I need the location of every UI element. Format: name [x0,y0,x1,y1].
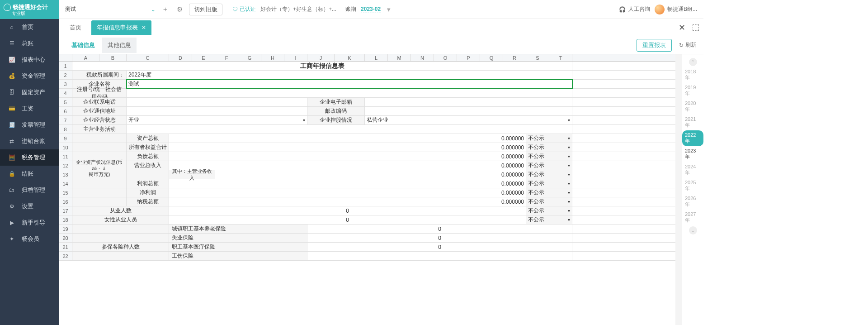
sub-income-label: 其中：主营业务收入 [169,170,215,179]
metric-value-input[interactable]: 0.000000 [169,152,526,161]
sub-toolbar: 基础信息 其他信息 重置报表 ↻ 刷新 [59,36,703,54]
year-up-icon[interactable]: ⌃ [689,58,697,66]
period-dropdown-icon[interactable]: ▾ [385,4,392,15]
inout-icon: ⇄ [8,138,15,145]
user-menu[interactable]: 畅捷通B组... [655,5,697,14]
sub-income-input[interactable]: 0.000000 [215,170,526,179]
insurance-value-input[interactable]: 0 [307,234,572,242]
sidebar-item-salary[interactable]: 💳工资 [0,100,59,117]
sidebar-item-label: 总账 [22,39,33,48]
metric-value-input[interactable]: 0.000000 [169,134,526,143]
publicity-select[interactable]: 不公示 [526,134,572,143]
subtab-other[interactable]: 其他信息 [102,38,137,53]
employee-input[interactable]: 0 [169,206,526,215]
tab-annual-report[interactable]: 年报信息申报表 ✕ [91,20,151,35]
settings-icon[interactable]: ⚙ [175,4,184,15]
insurance-value-input[interactable] [307,252,572,260]
column-header-row: A B C D E F G H I J K L M N O [59,54,675,62]
phone-input[interactable] [127,98,307,106]
female-input[interactable]: 0 [169,215,526,224]
metric-label: 纳税总额 [127,197,169,206]
insurance-value-input[interactable]: 0 [307,225,572,233]
ledger-icon: ☰ [8,40,15,47]
vertical-scrollbar[interactable] [675,54,682,325]
publicity-select[interactable]: 不公示 [526,161,572,170]
publicity-select[interactable]: 不公示 [526,206,572,215]
sidebar-item-report[interactable]: 📈报表中心 [0,52,59,68]
insurance-value-input[interactable]: 0 [307,243,572,251]
publicity-select[interactable]: 不公示 [526,170,572,179]
org-selector[interactable]: 测试 ⌄ [65,5,156,13]
year-chip[interactable]: 2023年 [682,146,703,162]
address-label: 企业通信地址 [72,107,127,115]
sidebar-item-inout[interactable]: ⇄进销台账 [0,133,59,149]
metric-value-input[interactable]: 0.000000 [169,143,526,152]
publicity-select[interactable]: 不公示 [526,188,572,197]
sidebar-item-fund[interactable]: 💰资金管理 [0,68,59,84]
expand-icon[interactable] [693,24,699,31]
year-chip[interactable]: 2019年 [682,83,703,99]
metric-label: 营业总收入 [127,161,169,170]
publicity-select[interactable]: 不公示 [526,152,572,161]
sidebar-item-ledger[interactable]: ☰总账 [0,35,59,52]
metric-value-input[interactable]: 0.000000 [169,179,526,188]
sidebar-item-guide[interactable]: ▶新手引导 [0,215,59,231]
sidebar-item-label: 发票管理 [22,121,45,129]
holding-select[interactable]: 私营企业 [365,116,572,124]
metric-value-input[interactable]: 0.000000 [169,197,526,206]
row-number: 6 [59,107,72,115]
year-chip[interactable]: 2018年 [682,67,703,83]
row-number: 21 [59,243,72,251]
year-down-icon[interactable]: ⌄ [689,226,697,234]
refresh-button[interactable]: ↻ 刷新 [679,41,696,49]
main-biz-input[interactable] [127,125,572,134]
year-chip[interactable]: 2025年 [682,178,703,194]
op-status-select[interactable]: 开业 [127,116,307,124]
publicity-select[interactable]: 不公示 [526,143,572,152]
sidebar-item-close[interactable]: 🔒结账 [0,166,59,182]
subtab-basic[interactable]: 基础信息 [66,38,100,53]
publicity-select[interactable]: 不公示 [526,215,572,224]
publicity-select[interactable]: 不公示 [526,197,572,206]
company-name-input[interactable]: 测试 [127,80,572,88]
sidebar-item-member[interactable]: ✦畅会员 [0,231,59,247]
sidebar-item-asset[interactable]: 🗄固定资产 [0,84,59,100]
row-number: 9 [59,134,72,143]
sidebar: 畅捷通好会计 专业版 ⌂首页☰总账📈报表中心💰资金管理🗄固定资产💳工资🧾发票管理… [0,0,59,325]
sidebar-item-archive[interactable]: 🗂归档管理 [0,182,59,198]
reg-no-input[interactable] [127,89,572,97]
year-chip[interactable]: 2022年 [682,130,703,146]
report-title: 工商年报信息表 [72,62,572,70]
year-chip[interactable]: 2020年 [682,99,703,115]
year-chip[interactable]: 2027年 [682,210,703,225]
period-value[interactable]: 2023-02 [361,6,381,13]
support-link[interactable]: 🎧 人工咨询 [619,5,650,13]
metric-label [127,170,169,179]
tab-home[interactable]: 首页 [64,20,87,35]
publicity-select[interactable]: 不公示 [526,179,572,188]
email-input[interactable] [365,98,572,106]
sidebar-item-home[interactable]: ⌂首页 [0,19,59,35]
address-input[interactable] [127,107,307,115]
row-number: 22 [59,252,72,260]
metric-value-input[interactable]: 0.000000 [169,188,526,197]
spreadsheet[interactable]: A B C D E F G H I J K L M N O [59,54,675,325]
metric-value-input[interactable]: 0.000000 [169,161,526,170]
add-org-icon[interactable]: ＋ [160,3,170,15]
asset-group-label [72,143,127,152]
row-number: 4 [59,89,72,97]
sidebar-item-label: 设置 [22,202,33,210]
postcode-input[interactable] [365,107,572,115]
sidebar-item-settings[interactable]: ⚙设置 [0,198,59,215]
reset-report-button[interactable]: 重置报表 [637,39,672,52]
close-tab-icon[interactable]: ✕ [142,24,146,31]
switch-old-button[interactable]: 切到旧版 [189,4,222,15]
year-chip[interactable]: 2026年 [682,194,703,210]
year-chip[interactable]: 2021年 [682,115,703,130]
sidebar-item-invoice[interactable]: 🧾发票管理 [0,117,59,133]
close-page-icon[interactable]: ✕ [676,22,688,33]
verified-badge[interactable]: 🛡 已认证 [232,5,256,13]
sidebar-item-tax[interactable]: 🧮税务管理 [0,149,59,166]
employee-label: 从业人数 [72,206,169,215]
year-chip[interactable]: 2024年 [682,162,703,178]
